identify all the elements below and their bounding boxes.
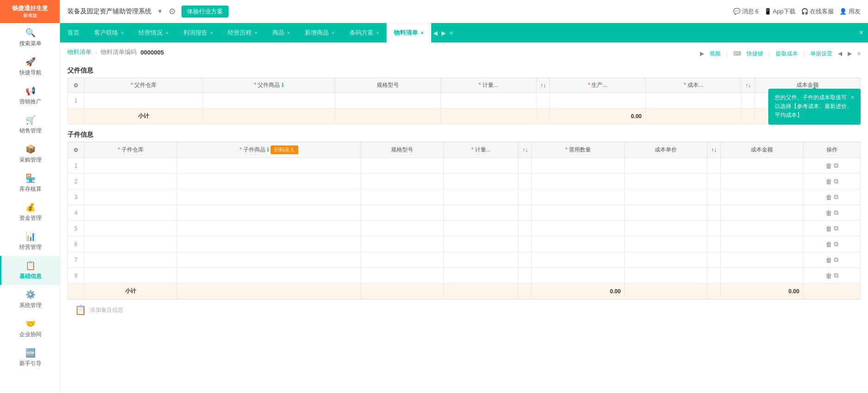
shortcut-btn[interactable]: 快捷键: [747, 50, 763, 58]
child-cell-warehouse-6[interactable]: [84, 236, 177, 252]
tab-new-goods[interactable]: 新增商品 ×: [297, 23, 342, 42]
child-cell-unit-2[interactable]: [444, 174, 518, 189]
tab-profit-report[interactable]: 利润报告 ×: [176, 23, 220, 42]
child-cell-warehouse-4[interactable]: [84, 205, 177, 221]
child-cell-quantity-1[interactable]: [532, 158, 625, 174]
tab-profit-report-close[interactable]: ×: [210, 30, 213, 36]
child-cell-spec-7[interactable]: [361, 252, 444, 268]
sidebar-item-finance[interactable]: 💰 资金管理: [0, 198, 60, 227]
list-view-icon[interactable]: ≡: [857, 50, 861, 57]
tab-goods-close[interactable]: ×: [287, 30, 290, 36]
parent-cell-cost-1[interactable]: [645, 93, 741, 109]
child-cell-unit-8[interactable]: [444, 268, 518, 284]
copy-btn-3[interactable]: ⧉: [834, 193, 838, 201]
child-cell-goods-1[interactable]: [177, 158, 361, 174]
scan-input-button[interactable]: 扫码录入: [271, 145, 298, 154]
child-cell-unitcost-1[interactable]: [625, 158, 707, 174]
parent-cell-production-1[interactable]: [550, 93, 646, 109]
delete-btn-6[interactable]: 🗑: [826, 240, 832, 248]
child-cell-quantity-2[interactable]: [532, 174, 625, 189]
child-cell-unitcost-8[interactable]: [625, 268, 707, 284]
tab-barcode[interactable]: 条码方案 ×: [342, 23, 386, 42]
copy-btn-8[interactable]: ⧉: [834, 272, 838, 279]
close-all-tabs-button[interactable]: ×: [855, 29, 868, 37]
child-cell-goods-2[interactable]: [177, 174, 361, 189]
child-cell-goods-3[interactable]: [177, 189, 361, 205]
child-cell-spec-4[interactable]: [361, 205, 444, 221]
child-cell-unit-1[interactable]: [444, 158, 518, 174]
child-cell-unit-5[interactable]: [444, 221, 518, 236]
sidebar-item-purchase[interactable]: 📦 采购管理: [0, 139, 60, 169]
child-cell-goods-5[interactable]: [177, 221, 361, 236]
copy-btn-1[interactable]: ⧉: [834, 162, 838, 169]
tab-bom-close[interactable]: ×: [421, 30, 423, 36]
child-cell-quantity-5[interactable]: [532, 221, 625, 236]
tab-barcode-close[interactable]: ×: [376, 30, 379, 36]
tab-customer-close[interactable]: ×: [121, 30, 124, 36]
sidebar-item-basicinfo[interactable]: 📋 基础信息: [0, 256, 60, 285]
child-cell-spec-1[interactable]: [361, 158, 444, 174]
tab-goods[interactable]: 商品 ×: [265, 23, 297, 42]
child-cell-spec-3[interactable]: [361, 189, 444, 205]
tab-customer[interactable]: 客户联络 ×: [87, 23, 131, 42]
tab-left-arrow[interactable]: ◀: [431, 30, 440, 36]
parent-col-settings[interactable]: ⚙: [68, 78, 84, 93]
copy-btn-5[interactable]: ⧉: [834, 224, 838, 232]
parent-cell-goods-1[interactable]: [203, 93, 335, 109]
dropdown-arrow-icon[interactable]: ▼: [157, 8, 163, 15]
parent-cell-warehouse-1[interactable]: [84, 93, 203, 109]
child-cell-warehouse-7[interactable]: [84, 252, 177, 268]
child-cell-warehouse-8[interactable]: [84, 268, 177, 284]
tab-right-arrow[interactable]: ▶: [440, 30, 448, 36]
extract-cost-btn[interactable]: 提取成本: [776, 50, 798, 58]
child-cell-unitcost-6[interactable]: [625, 236, 707, 252]
child-cell-unit-3[interactable]: [444, 189, 518, 205]
tab-home[interactable]: 首页: [60, 23, 87, 42]
delete-btn-5[interactable]: 🗑: [826, 224, 832, 232]
child-cell-spec-8[interactable]: [361, 268, 444, 284]
child-cell-unitcost-7[interactable]: [625, 252, 707, 268]
online-service-btn[interactable]: 🎧 在线客服: [801, 7, 834, 16]
nav-left-icon[interactable]: ◀: [838, 50, 842, 57]
sidebar-item-sales[interactable]: 🛒 销售管理: [0, 110, 60, 139]
sidebar-item-marketing[interactable]: 📢 营销推广: [0, 81, 60, 110]
delete-btn-8[interactable]: 🗑: [826, 272, 832, 279]
tab-new-goods-close[interactable]: ×: [332, 30, 334, 36]
tooltip-close-btn[interactable]: ×: [851, 93, 854, 102]
child-cell-warehouse-1[interactable]: [84, 158, 177, 174]
tab-operation-status-close[interactable]: ×: [165, 30, 168, 36]
app-download-btn[interactable]: 📱 App下载: [764, 7, 796, 16]
child-cell-quantity-8[interactable]: [532, 268, 625, 284]
delete-btn-2[interactable]: 🗑: [826, 177, 832, 185]
parent-cell-unit-1[interactable]: [440, 93, 536, 109]
delete-btn-7[interactable]: 🗑: [826, 256, 832, 264]
child-cell-unitcost-3[interactable]: [625, 189, 707, 205]
child-cell-quantity-7[interactable]: [532, 252, 625, 268]
sidebar-item-inventory[interactable]: 🏪 库存核算: [0, 169, 60, 198]
tab-operation-status[interactable]: 经营情况 ×: [131, 23, 175, 42]
child-cell-goods-6[interactable]: [177, 236, 361, 252]
sidebar-item-system[interactable]: ⚙️ 系统管理: [0, 285, 60, 314]
delete-btn-4[interactable]: 🗑: [826, 209, 832, 217]
sidebar-item-search[interactable]: 🔍 搜索菜单: [0, 23, 60, 52]
parent-cell-spec-1[interactable]: [335, 93, 440, 109]
single-setting-btn[interactable]: 单据设置: [810, 50, 832, 58]
child-cell-spec-6[interactable]: [361, 236, 444, 252]
child-cell-unit-7[interactable]: [444, 252, 518, 268]
child-col-sort2[interactable]: ↑↓: [707, 142, 721, 158]
child-cell-warehouse-5[interactable]: [84, 221, 177, 236]
child-cell-goods-4[interactable]: [177, 205, 361, 221]
child-cell-unitcost-2[interactable]: [625, 174, 707, 189]
nav-right-icon[interactable]: ▶: [848, 50, 852, 57]
settings-icon[interactable]: ⚙: [169, 6, 176, 17]
copy-btn-2[interactable]: ⧉: [834, 177, 838, 185]
parent-col-sort1[interactable]: ↑↓: [536, 78, 550, 93]
child-cell-unitcost-5[interactable]: [625, 221, 707, 236]
child-cell-unit-4[interactable]: [444, 205, 518, 221]
video-btn[interactable]: 视频: [710, 50, 721, 58]
child-col-sort1[interactable]: ↑↓: [518, 142, 532, 158]
delete-btn-1[interactable]: 🗑: [826, 162, 832, 169]
user-area[interactable]: 👤 用友: [839, 7, 861, 16]
sidebar-item-quicknav[interactable]: 🚀 快捷导航: [0, 52, 60, 81]
delete-btn-3[interactable]: 🗑: [826, 193, 832, 201]
